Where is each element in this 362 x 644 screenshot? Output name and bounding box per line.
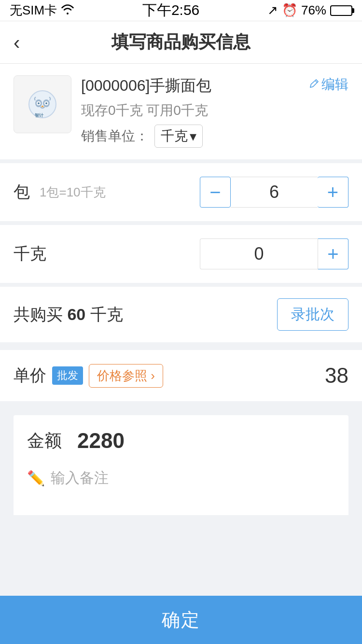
bao-minus-button[interactable]: − [200,177,231,208]
status-bar: 无SIM卡 下午2:56 ↗ ⏰ 76% [0,0,362,21]
price-ref-button[interactable]: 价格参照 › [89,364,163,388]
summary-text: 共购买 60 千克 [14,304,123,326]
note-placeholder: 输入备注 [51,468,109,488]
kg-section: 千克 + [0,225,362,283]
alarm-icon: ⏰ [282,3,297,18]
kg-quantity-input[interactable] [200,238,318,269]
battery-percent: 76% [301,3,326,18]
status-icons: ↗ ⏰ 76% [267,3,352,18]
battery-icon [330,5,352,16]
page-title: 填写商品购买信息 [111,30,251,54]
confirm-button[interactable]: 确定 [0,596,362,644]
amount-value: 2280 [77,429,125,453]
svg-point-6 [45,102,47,104]
chevron-down-icon: ▾ [190,128,196,144]
kg-row: 千克 + [0,225,362,283]
product-thumbnail: 智计 [14,75,71,133]
pencil-icon: ✏️ [27,470,45,487]
summary-section: 共购买 60 千克 录批次 [0,287,362,346]
kg-quantity-control: + [200,238,348,269]
product-logo-icon: 智计 [28,90,57,119]
product-unit-row: 销售单位： 千克 ▾ [81,125,348,148]
bao-plus-button[interactable]: + [318,177,348,208]
amount-label: 金额 [27,429,62,453]
bao-quantity-control: − + [200,177,348,208]
price-label: 单价 [14,364,46,387]
product-info: [0000006]手撕面包 编辑 现存0千克 可用0千克 销售单位： 千克 ▾ [81,75,348,148]
svg-text:智计: 智计 [34,113,44,118]
unit-select[interactable]: 千克 ▾ [154,125,203,148]
svg-point-5 [38,102,40,104]
price-value: 38 [325,364,348,388]
note-row[interactable]: ✏️ 输入备注 [27,461,335,502]
bao-section: 包 1包=10千克 − + [0,163,362,221]
kg-label: 千克 [14,243,46,265]
amount-section: 金额2280 ✏️ 输入备注 [0,402,362,515]
status-carrier: 无SIM卡 [10,2,74,19]
bao-quantity-input[interactable] [231,177,318,208]
bao-row: 包 1包=10千克 − + [0,163,362,221]
status-time: 下午2:56 [142,0,199,20]
bao-hint: 1包=10千克 [40,184,106,201]
price-section: 单价 批发 价格参照 › 38 [0,350,362,402]
edit-button[interactable]: 编辑 [309,75,348,94]
back-button[interactable]: ‹ [14,33,20,52]
kg-plus-button[interactable]: + [318,238,348,269]
price-label-row: 单价 批发 价格参照 › [14,364,163,388]
batch-button[interactable]: 录批次 [277,298,348,331]
unit-label: 销售单位： [81,127,149,145]
edit-icon [309,79,320,90]
price-tag-pifa: 批发 [52,366,83,385]
product-card: 智计 [0000006]手撕面包 编辑 现存0千克 可用0千克 销售单位： 千克 [0,64,362,163]
bao-label: 包 1包=10千克 [14,181,106,203]
nav-bar: ‹ 填写商品购买信息 [0,21,362,64]
product-stock: 现存0千克 可用0千克 [81,101,348,120]
gps-icon: ↗ [267,3,278,18]
product-name: [0000006]手撕面包 [81,75,309,97]
amount-row: 金额2280 [27,429,335,453]
